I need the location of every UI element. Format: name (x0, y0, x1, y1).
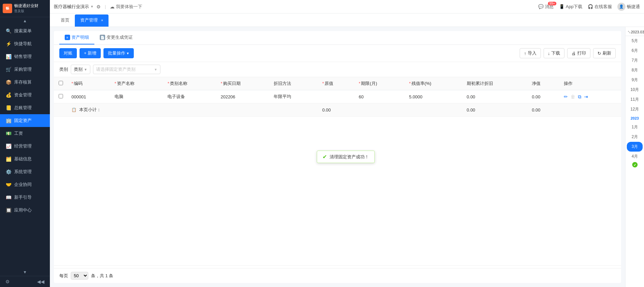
sidebar-item-purchase[interactable]: 🛒 采购管理 (0, 63, 50, 76)
sub-tab-asset-detail[interactable]: ≡ 资产明细 (59, 31, 94, 44)
cal-month-3-active[interactable]: 3月 (627, 142, 643, 152)
cell-original-value (318, 90, 355, 103)
sidebar: 畅 畅捷通好业财 普及版 ▲ 🔍 搜索菜单 ⚡ 快捷导航 📊 销售管理 🛒 采购… (0, 0, 50, 287)
message-btn[interactable]: 💬 消息 99+ (538, 4, 554, 10)
company-selector[interactable]: 医疗器械行业演示 ▼ (54, 4, 94, 10)
cal-month-12[interactable]: 12月 (625, 104, 644, 114)
experience-btn[interactable]: ☁ 我要体验一下 (110, 4, 142, 10)
app-title: 畅捷通好业财 (14, 3, 38, 9)
sidebar-item-label: 应用中心 (14, 207, 32, 213)
batch-button[interactable]: 批量操作 ▼ (103, 48, 134, 58)
settings-gear-icon[interactable]: ⚙ (96, 4, 101, 9)
app-download-label: App下载 (566, 4, 582, 10)
sidebar-item-inventory[interactable]: 📦 库存核算 (0, 76, 50, 89)
sidebar-item-system[interactable]: ⚙️ 系统管理 (0, 165, 50, 178)
category-type-select[interactable]: 类别 ▼ (71, 65, 90, 74)
payroll-icon: 💵 (5, 131, 11, 136)
category-input[interactable]: 请选择固定资产类别 ▼ (93, 65, 160, 74)
online-service-btn[interactable]: 🎧 在线客服 (588, 4, 612, 10)
subtotal-empty3 (405, 103, 463, 117)
filter-row: 类别 类别 ▼ 请选择固定资产类别 ▼ (54, 62, 621, 77)
subtotal-empty2 (355, 103, 405, 117)
new-button[interactable]: + 新增 (80, 48, 101, 58)
sidebar-item-finance[interactable]: 💰 资金管理 (0, 89, 50, 101)
tab-home[interactable]: 首页 (55, 14, 75, 27)
cal-month-5[interactable]: 5月 (625, 36, 644, 46)
cell-residual-rate: 5.0000 (405, 90, 463, 103)
sidebar-item-label: 总账管理 (14, 105, 32, 111)
calendar-months: 5月 6月 7月 8月 9月 10月 11月 12月 2023 1月 2月 3月… (625, 36, 644, 286)
sidebar-item-label: 工资 (14, 130, 23, 136)
sidebar-item-fixed-assets[interactable]: 🏢 固定资产 (0, 114, 50, 127)
edit-icon[interactable]: ✏ (564, 94, 568, 100)
row-checkbox[interactable] (59, 94, 63, 98)
per-page-select[interactable]: 50 10 20 100 (71, 272, 88, 280)
download-button[interactable]: ↓ 下载 (544, 48, 565, 58)
cal-month-7[interactable]: 7月 (625, 56, 644, 65)
delete-icon[interactable]: 🗑 (571, 94, 575, 100)
refresh-button[interactable]: ↻ 刷新 (593, 48, 616, 58)
sidebar-scroll-up[interactable]: ▲ (0, 17, 50, 25)
gear-icon: ⚙️ (5, 169, 11, 174)
cal-month-2[interactable]: 2月 (625, 132, 644, 142)
th-original-value: *原值 (318, 77, 355, 90)
sidebar-item-search[interactable]: 🔍 搜索菜单 (0, 25, 50, 37)
main-area: 医疗器械行业演示 ▼ ⚙ | ☁ 我要体验一下 💬 消息 99+ 📱 App下载… (50, 0, 644, 287)
cal-month-4[interactable]: 4月 (625, 152, 644, 161)
sidebar-item-label: 资金管理 (14, 92, 32, 98)
sidebar-item-label: 快捷导航 (14, 41, 32, 47)
cal-month-1[interactable]: 1月 (625, 122, 644, 132)
sidebar-item-payroll[interactable]: 💵 工资 (0, 127, 50, 140)
sidebar-bottom: ⚙ ◀◀ (0, 276, 50, 287)
collapse-icon[interactable]: ◀◀ (37, 279, 44, 284)
th-purchase-date: *购买日期 (217, 77, 270, 90)
cal-month-6[interactable]: 6月 (625, 46, 644, 56)
sidebar-item-enterprise[interactable]: 🤝 企业协同 (0, 178, 50, 191)
content-card: ≡ 资产明细 📄 变更生成凭证 对账 + 新增 (54, 31, 621, 283)
tab-close-icon[interactable]: × (101, 18, 103, 22)
print-button[interactable]: 🖨 打印 (567, 48, 590, 58)
panel-year-label: 2023.03 (631, 30, 644, 34)
sidebar-item-basic-info[interactable]: 🗂️ 基础信息 (0, 153, 50, 165)
cal-month-11[interactable]: 11月 (625, 95, 644, 104)
th-residual-rate: *残值率(%) (405, 77, 463, 90)
sidebar-item-ledger[interactable]: 📒 总账管理 (0, 101, 50, 114)
sidebar-item-app-center[interactable]: 🔲 应用中心 (0, 204, 50, 217)
sidebar-scroll-down[interactable]: ▼ (0, 268, 50, 276)
sub-tab-change-voucher[interactable]: 📄 变更生成凭证 (94, 31, 138, 44)
app-download-btn[interactable]: 📱 App下载 (559, 4, 582, 10)
user-avatar-btn[interactable]: 👤 畅捷通 (617, 3, 640, 11)
th-name: *资产名称 (111, 77, 163, 90)
horizontal-scrollbar[interactable] (54, 265, 621, 268)
sidebar-item-quick-nav[interactable]: ⚡ 快捷导航 (0, 37, 50, 50)
book-icon: 📒 (5, 105, 11, 110)
category-placeholder: 请选择固定资产类别 (96, 66, 135, 72)
th-code: *编码 (67, 77, 111, 90)
avatar: 👤 (617, 3, 625, 11)
select-all-checkbox[interactable] (59, 81, 63, 85)
copy-icon[interactable]: ⧉ (578, 94, 581, 100)
settings-icon[interactable]: ⚙ (5, 279, 10, 284)
sidebar-item-label: 基础信息 (14, 156, 32, 162)
cell-code: 000001 (67, 90, 111, 103)
company-name: 医疗器械行业演示 (54, 4, 89, 10)
cal-year-2023: 2023 (625, 114, 644, 122)
cal-month-9[interactable]: 9月 (625, 75, 644, 85)
sidebar-item-operations[interactable]: 📈 经营管理 (0, 140, 50, 153)
more-icon[interactable]: ⇥ (584, 94, 588, 100)
sidebar-item-guide[interactable]: 📖 新手引导 (0, 191, 50, 204)
online-service-label: 在线客服 (594, 4, 612, 10)
expand-icon[interactable]: ⤡ (627, 30, 631, 34)
cal-month-8[interactable]: 8月 (625, 65, 644, 75)
handshake-icon: 🤝 (5, 182, 11, 187)
cal-month-10[interactable]: 10月 (625, 85, 644, 95)
cal-indicator: ✔ (625, 161, 644, 168)
row-checkbox-cell (54, 90, 67, 103)
import-button[interactable]: ↑ 导入 (520, 48, 541, 58)
toolbar: 对账 + 新增 批量操作 ▼ ↑ 导入 (54, 45, 621, 62)
reconcile-button[interactable]: 对账 (59, 48, 77, 58)
sidebar-item-sales[interactable]: 📊 销售管理 (0, 50, 50, 63)
cal-check-circle: ✔ (632, 162, 638, 167)
tab-asset-management[interactable]: 资产管理 × (75, 14, 109, 27)
sidebar-item-label: 固定资产 (14, 118, 32, 124)
